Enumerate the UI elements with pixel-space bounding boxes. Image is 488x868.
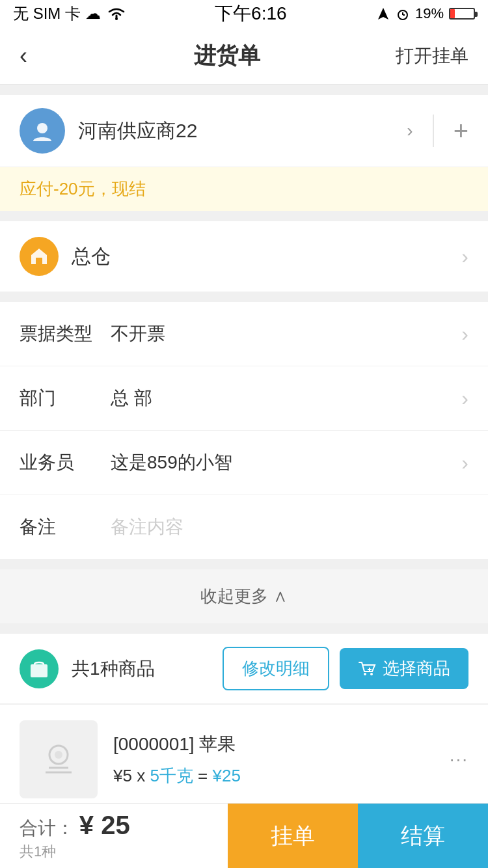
supplier-avatar (20, 108, 65, 154)
collapse-label: 收起更多 ∧ (200, 586, 287, 606)
invoice-type-row[interactable]: 票据类型 不开票 › (0, 302, 488, 366)
open-hang-button[interactable]: 打开挂单 (396, 44, 468, 68)
department-value: 总 部 (111, 386, 461, 411)
department-chevron-icon: › (461, 387, 468, 411)
sim-label: 无 SIM 卡 ☁ (13, 3, 101, 24)
total-label: 合计： (20, 818, 74, 838)
add-supplier-button[interactable]: + (454, 116, 468, 146)
svg-point-8 (364, 673, 366, 675)
invoice-type-label: 票据类型 (20, 321, 111, 346)
location-icon (376, 7, 390, 21)
battery-percent: 19% (415, 5, 444, 22)
nav-bar: ‹ 进货单 打开挂单 (0, 27, 488, 85)
subtotal: ¥25 (213, 766, 241, 785)
total-count: 共1种 (20, 842, 208, 861)
back-button[interactable]: ‹ (20, 42, 59, 70)
warehouse-icon (20, 237, 59, 276)
svg-point-13 (55, 751, 62, 759)
select-product-label: 选择商品 (383, 657, 450, 680)
product-icon (20, 649, 59, 688)
alarm-icon (396, 7, 410, 21)
salesperson-label: 业务员 (20, 450, 111, 475)
supplier-chevron-icon: › (407, 120, 413, 141)
department-label: 部门 (20, 386, 111, 411)
warehouse-name: 总仓 (72, 243, 461, 270)
hang-button[interactable]: 挂单 (228, 804, 358, 869)
svg-rect-6 (36, 258, 42, 264)
product-count: 共1种商品 (72, 657, 223, 681)
product-info: [0000001] 苹果 ¥5 x 5千克 = ¥25 (113, 732, 450, 787)
product-price: ¥5 x 5千克 = ¥25 (113, 765, 450, 787)
status-time: 下午6:16 (215, 1, 287, 26)
warehouse-row[interactable]: 总仓 › (0, 221, 488, 292)
cart-icon (358, 661, 376, 677)
wifi-icon (107, 7, 126, 21)
product-name: [0000001] 苹果 (113, 732, 450, 757)
warehouse-chevron-icon: › (461, 245, 468, 269)
more-options-button[interactable]: ··· (450, 749, 468, 770)
product-code: [0000001] (113, 734, 199, 754)
warehouse-section: 总仓 › (0, 221, 488, 292)
supplier-section: 河南供应商22 › + 应付-20元，现结 (0, 95, 488, 211)
salesperson-value: 这是859的小智 (111, 450, 461, 475)
status-left: 无 SIM 卡 ☁ (13, 3, 126, 24)
total-section: 合计： ¥ 25 共1种 (0, 811, 228, 861)
notice-text: 应付-20元，现结 (20, 179, 146, 198)
edit-detail-button[interactable]: 修改明细 (223, 647, 329, 690)
remark-label: 备注 (20, 515, 111, 539)
svg-rect-7 (31, 664, 47, 677)
page-title: 进货单 (194, 41, 260, 71)
product-thumbnail (20, 720, 98, 798)
product-item: [0000001] 苹果 ¥5 x 5千克 = ¥25 ··· (0, 705, 488, 814)
select-product-button[interactable]: 选择商品 (340, 648, 468, 689)
quantity: 5千克 (150, 766, 193, 785)
battery-icon (449, 8, 475, 20)
department-row[interactable]: 部门 总 部 › (0, 366, 488, 430)
product-header: 共1种商品 修改明细 选择商品 (0, 634, 488, 703)
salesperson-row[interactable]: 业务员 这是859的小智 › (0, 430, 488, 495)
product-title: 苹果 (199, 734, 236, 754)
supplier-row[interactable]: 河南供应商22 › + (0, 95, 488, 167)
unit-price: ¥5 x (113, 766, 150, 785)
status-right: 19% (376, 5, 475, 22)
svg-point-9 (370, 673, 373, 675)
remark-input[interactable]: 备注内容 (111, 515, 468, 539)
svg-point-0 (115, 18, 118, 20)
svg-point-5 (37, 123, 47, 133)
invoice-type-value: 不开票 (111, 321, 461, 346)
bottom-bar: 合计： ¥ 25 共1种 挂单 结算 (0, 803, 488, 868)
svg-marker-1 (378, 8, 388, 20)
checkout-button[interactable]: 结算 (358, 804, 488, 869)
status-bar: 无 SIM 卡 ☁ 下午6:16 19% (0, 0, 488, 27)
salesperson-chevron-icon: › (461, 451, 468, 475)
remark-row[interactable]: 备注 备注内容 (0, 495, 488, 559)
divider (433, 115, 434, 147)
collapse-button[interactable]: 收起更多 ∧ (0, 569, 488, 623)
supplier-name: 河南供应商22 (78, 118, 407, 144)
notice-bar: 应付-20元，现结 (0, 167, 488, 211)
equals: = (198, 766, 212, 785)
invoice-chevron-icon: › (461, 322, 468, 346)
total-amount: ¥ 25 (79, 811, 130, 839)
form-section: 票据类型 不开票 › 部门 总 部 › 业务员 这是859的小智 › 备注 备注… (0, 302, 488, 559)
